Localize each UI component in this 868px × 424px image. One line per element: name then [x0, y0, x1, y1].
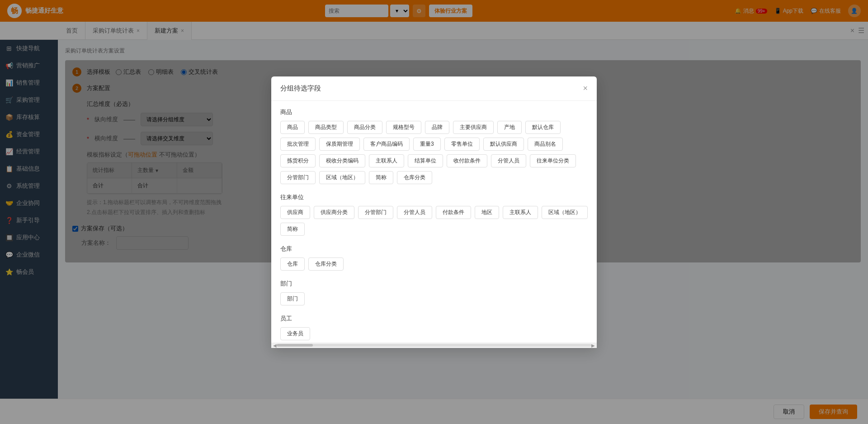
- section-title-employee: 员工: [280, 314, 588, 323]
- modal-close-button[interactable]: ×: [583, 84, 588, 93]
- field-section-department: 部门部门: [280, 280, 588, 305]
- field-tag[interactable]: 简称: [280, 223, 305, 236]
- field-section-partner: 往来单位供应商供应商分类分管部门分管人员付款条件地区主联系人区域（地区）简称: [280, 193, 588, 236]
- field-section-employee: 员工业务员: [280, 314, 588, 340]
- hscrollbar-thumb: [277, 344, 313, 347]
- field-tag[interactable]: 地区: [475, 206, 499, 219]
- section-title-warehouse: 仓库: [280, 245, 588, 253]
- field-tag[interactable]: 税收分类编码: [319, 154, 365, 167]
- field-tags-department: 部门: [280, 292, 588, 305]
- field-tag[interactable]: 仓库分类: [397, 171, 432, 184]
- field-tag[interactable]: 规格型号: [386, 121, 421, 134]
- field-select-modal: 分组待选字段 × 商品商品商品类型商品分类规格型号品牌主要供应商产地默认仓库批次…: [271, 76, 597, 348]
- modal-header: 分组待选字段 ×: [271, 76, 597, 101]
- field-tag[interactable]: 拣货积分: [280, 154, 316, 167]
- field-tag[interactable]: 商品分类: [347, 121, 382, 134]
- field-tag[interactable]: 供应商分类: [314, 206, 354, 219]
- section-title-goods: 商品: [280, 108, 588, 116]
- field-tag[interactable]: 商品别名: [528, 138, 563, 151]
- field-tag[interactable]: 仓库: [280, 257, 305, 271]
- field-tag[interactable]: 默认供应商: [483, 138, 524, 151]
- field-tag[interactable]: 保质期管理: [319, 138, 360, 151]
- modal-body: 商品商品商品类型商品分类规格型号品牌主要供应商产地默认仓库批次管理保质期管理客户…: [271, 101, 597, 343]
- field-section-goods: 商品商品商品类型商品分类规格型号品牌主要供应商产地默认仓库批次管理保质期管理客户…: [280, 108, 588, 184]
- field-tag[interactable]: 重量3: [413, 138, 441, 151]
- field-tag[interactable]: 零售单位: [444, 138, 480, 151]
- field-tag[interactable]: 区域（地区）: [542, 206, 588, 219]
- field-tag[interactable]: 收付款条件: [447, 154, 487, 167]
- field-tags-employee: 业务员: [280, 327, 588, 340]
- modal-title: 分组待选字段: [280, 84, 321, 93]
- field-tag[interactable]: 分管人员: [397, 206, 432, 219]
- hscrollbar-right-arrow[interactable]: ▶: [591, 343, 595, 348]
- field-tag[interactable]: 批次管理: [280, 138, 316, 151]
- field-tag[interactable]: 主要供应商: [453, 121, 494, 134]
- field-tag[interactable]: 默认仓库: [525, 121, 561, 134]
- field-tag[interactable]: 商品: [280, 121, 305, 134]
- field-tag[interactable]: 区域（地区）: [319, 171, 365, 184]
- field-tag[interactable]: 主联系人: [369, 154, 404, 167]
- field-tag[interactable]: 产地: [497, 121, 522, 134]
- field-tag[interactable]: 仓库分类: [308, 257, 344, 271]
- field-tag[interactable]: 供应商: [280, 206, 310, 219]
- field-tag[interactable]: 往来单位分类: [530, 154, 576, 167]
- field-section-warehouse: 仓库仓库仓库分类: [280, 245, 588, 271]
- field-tag[interactable]: 部门: [280, 292, 305, 305]
- hscrollbar-left-arrow[interactable]: ◀: [273, 343, 277, 348]
- field-tags-warehouse: 仓库仓库分类: [280, 257, 588, 271]
- field-tag[interactable]: 业务员: [280, 327, 310, 340]
- field-tags-goods: 商品商品类型商品分类规格型号品牌主要供应商产地默认仓库批次管理保质期管理客户商品…: [280, 121, 588, 184]
- field-tag[interactable]: 品牌: [425, 121, 449, 134]
- field-tag[interactable]: 分管人员: [491, 154, 526, 167]
- modal-horizontal-scrollbar[interactable]: ◀ ▶: [271, 343, 597, 348]
- field-tag[interactable]: 简称: [369, 171, 393, 184]
- section-title-department: 部门: [280, 280, 588, 288]
- field-tag[interactable]: 商品类型: [308, 121, 344, 134]
- field-tag[interactable]: 分管部门: [280, 171, 316, 184]
- field-tags-partner: 供应商供应商分类分管部门分管人员付款条件地区主联系人区域（地区）简称: [280, 206, 588, 236]
- field-tag[interactable]: 主联系人: [503, 206, 538, 219]
- section-title-partner: 往来单位: [280, 193, 588, 201]
- field-tag[interactable]: 分管部门: [358, 206, 393, 219]
- field-tag[interactable]: 付款条件: [436, 206, 471, 219]
- field-tag[interactable]: 客户商品编码: [363, 138, 410, 151]
- hscrollbar-track: [277, 344, 591, 347]
- modal-overlay: 分组待选字段 × 商品商品商品类型商品分类规格型号品牌主要供应商产地默认仓库批次…: [0, 0, 868, 424]
- field-tag[interactable]: 结算单位: [408, 154, 443, 167]
